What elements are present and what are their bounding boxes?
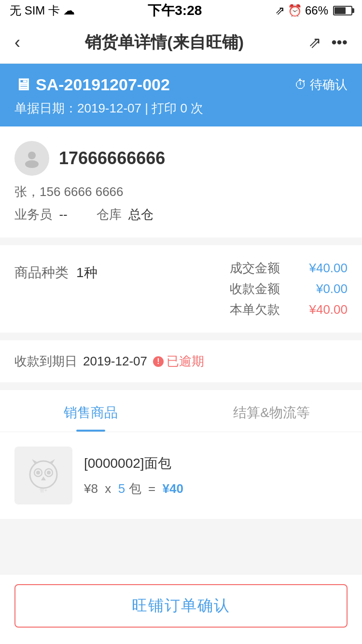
back-button[interactable]: ‹ [14, 32, 20, 53]
status-time: 下午3:28 [148, 1, 202, 20]
product-unit: 包 [129, 481, 141, 496]
deal-amount-row: 成交金额 ¥40.00 [230, 260, 348, 277]
overdue-badge: ! 已逾期 [153, 353, 204, 370]
svg-point-6 [47, 471, 51, 475]
order-status: ⏱ 待确认 [294, 76, 348, 93]
overdue-text: 已逾期 [167, 353, 204, 370]
svg-point-0 [28, 152, 36, 159]
product-info: [0000002]面包 ¥8 x 5 包 = ¥40 [84, 454, 348, 497]
svg-point-5 [36, 471, 40, 475]
page-title: 销货单详情(来自旺铺) [85, 31, 244, 54]
svg-marker-9 [48, 459, 55, 464]
product-name: [0000002]面包 [84, 454, 348, 473]
amount-summary: 成交金额 ¥40.00 收款金额 ¥0.00 本单欠款 ¥40.00 [230, 260, 348, 318]
payment-amount-label: 收款金额 [230, 280, 280, 297]
status-right: ⇗ ⏰ 66% [275, 4, 352, 17]
more-icon[interactable]: ••• [331, 33, 348, 51]
battery-label: 66% [305, 4, 328, 17]
overdue-icon: ! [153, 356, 164, 367]
location-icon: ⇗ [275, 4, 285, 17]
debt-amount-label: 本单欠款 [230, 301, 280, 318]
alarm-icon: ⏰ [288, 4, 302, 17]
product-total: ¥40 [163, 481, 183, 496]
tab-sales-products[interactable]: 销售商品 [0, 390, 181, 432]
deal-amount-value: ¥40.00 [290, 261, 348, 276]
due-date-section: 收款到期日 2019-12-07 ! 已逾期 [0, 340, 362, 382]
product-item: 管+ [0000002]面包 ¥8 x 5 包 = ¥40 [0, 432, 362, 519]
svg-point-2 [30, 461, 57, 488]
category-value: 1种 [76, 264, 97, 282]
payment-amount-row: 收款金额 ¥0.00 [230, 280, 348, 297]
battery-icon [333, 6, 352, 15]
share-icon[interactable]: ⇗ [308, 33, 321, 52]
category-label: 商品种类 [14, 264, 69, 282]
order-number: 🖥 SA-20191207-002 [14, 75, 170, 94]
customer-phone: 17666666666 [59, 148, 165, 168]
nav-actions: ⇗ ••• [308, 33, 348, 52]
product-price: ¥8 [84, 481, 98, 496]
order-icon: 🖥 [14, 75, 31, 94]
clock-icon: ⏱ [294, 77, 307, 92]
svg-marker-7 [41, 476, 46, 480]
product-qty: 5 [118, 481, 125, 496]
avatar [14, 141, 49, 176]
product-thumbnail: 管+ [14, 447, 72, 504]
deal-amount-label: 成交金额 [230, 260, 280, 277]
customer-meta: 业务员 -- 仓库 总仓 [14, 206, 348, 223]
salesman-label: 业务员 -- [14, 206, 68, 223]
tab-settlement-logistics[interactable]: 结算&物流等 [181, 390, 362, 432]
tabs-section: 销售商品 结算&物流等 [0, 390, 362, 519]
customer-sub-info: 张，156 6666 6666 [14, 183, 348, 200]
debt-amount-row: 本单欠款 ¥40.00 [230, 301, 348, 318]
customer-section: 17666666666 张，156 6666 6666 业务员 -- 仓库 总仓 [0, 126, 362, 238]
product-price-line: ¥8 x 5 包 = ¥40 [84, 480, 348, 497]
status-left: 无 SIM 卡 ☁ [10, 3, 75, 18]
product-list: 管+ [0000002]面包 ¥8 x 5 包 = ¥40 [0, 432, 362, 519]
svg-point-1 [25, 160, 39, 168]
order-date-info: 单据日期：2019-12-07 | 打印 0 次 [14, 100, 348, 117]
nav-bar: ‹ 销货单详情(来自旺铺) ⇗ ••• [0, 21, 362, 64]
debt-amount-value: ¥40.00 [290, 302, 348, 317]
due-date-value: 2019-12-07 [83, 354, 147, 369]
product-image: 管+ [24, 456, 63, 495]
warehouse-label: 仓库 总仓 [97, 206, 153, 223]
svg-text:管+: 管+ [40, 488, 47, 493]
payment-amount-value: ¥0.00 [290, 281, 348, 296]
confirm-order-button[interactable]: 旺铺订单确认 [14, 584, 348, 628]
bottom-bar: 旺铺订单确认 [0, 574, 362, 644]
order-header: 🖥 SA-20191207-002 ⏱ 待确认 单据日期：2019-12-07 … [0, 64, 362, 126]
svg-marker-8 [32, 459, 39, 464]
sim-label: 无 SIM 卡 ☁ [10, 3, 75, 18]
category-info: 商品种类 1种 [14, 260, 230, 282]
tabs-header: 销售商品 结算&物流等 [0, 390, 362, 432]
summary-section: 商品种类 1种 成交金额 ¥40.00 收款金额 ¥0.00 本单欠款 ¥40.… [0, 245, 362, 333]
due-date-label: 收款到期日 [14, 353, 77, 370]
status-bar: 无 SIM 卡 ☁ 下午3:28 ⇗ ⏰ 66% [0, 0, 362, 21]
